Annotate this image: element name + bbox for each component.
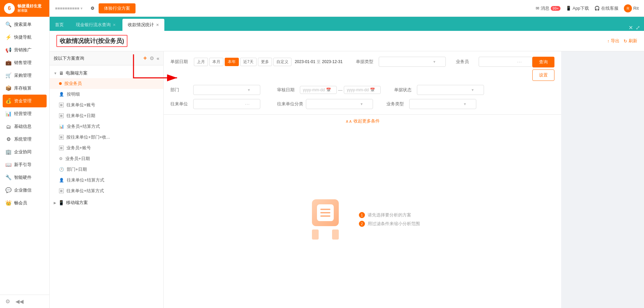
date-tag-more[interactable]: 更多 [258, 58, 272, 66]
online-service-label: 在线客服 [601, 5, 619, 11]
settings-gear[interactable]: ⚙ [91, 6, 95, 11]
scheme-customer-settlement2-label: 往来单位+结算方式 [66, 188, 104, 194]
sidebar-item-inventory[interactable]: 📦 库存核算 [0, 82, 49, 95]
trial-btn[interactable]: 体验行业方案 [99, 3, 136, 13]
active-dot [59, 82, 62, 85]
sidebar-item-finance[interactable]: 💰 资金管理 [3, 95, 47, 107]
date-tag-custom[interactable]: 自定义 [273, 58, 291, 66]
sidebar-item-label: 经营管理 [14, 111, 32, 117]
page-content: 收款情况统计(按业务员) ↑ 导出 ↻ 刷新 按以下方案查询 + [50, 31, 644, 308]
sidebar-item-operation[interactable]: 📊 经营管理 [0, 107, 49, 120]
scheme-customer-dept[interactable]: ⊞ 按往来单位+部门+收... [50, 132, 163, 143]
sidebar-item-guide[interactable]: 📖 新手引导 [0, 158, 49, 171]
tab-close-all-icon[interactable]: ✕ [629, 24, 633, 31]
sales-icon: 💼 [5, 60, 11, 66]
scheme-customer-account-label: 往来单位+账号 [66, 102, 95, 108]
scheme-by-detail[interactable]: 👤 按明细 [50, 89, 163, 100]
enterprise-icon: 🏢 [5, 149, 11, 155]
panel-collapse-icon[interactable]: « [157, 55, 159, 61]
sidebar-item-label: 基础信息 [14, 123, 32, 130]
sidebar-item-basic[interactable]: 🗂 基础信息 [0, 120, 49, 133]
member-icon: 👑 [5, 200, 11, 206]
scheme-customer-date[interactable]: ⊞ 往来单位+日期 [50, 110, 163, 121]
collapse-sidebar-icon[interactable]: ◀◀ [15, 298, 23, 305]
doc-type-select[interactable]: ▾ [379, 57, 446, 67]
scheme-by-detail-label: 按明细 [67, 91, 80, 97]
tab-receipt-stat[interactable]: 收款情况统计 ✕ [122, 19, 164, 31]
sidebar-item-purchase[interactable]: 🛒 采购管理 [0, 69, 49, 82]
sidebar-item-member[interactable]: 👑 畅会员 [0, 197, 49, 209]
dept-label: 部门 [170, 87, 191, 93]
bar-icon: 📊 [59, 124, 64, 129]
doc-status-select[interactable]: ▾ [417, 85, 484, 95]
gear-icon-sm: ⚙ [59, 156, 63, 161]
date-separator: 至 [317, 59, 321, 65]
partner-category-chevron: ▾ [361, 102, 363, 106]
query-button[interactable]: 查询 [532, 57, 554, 67]
sidebar-item-wechat[interactable]: 💬 企业微信 [0, 184, 49, 197]
mobile-schemes-group[interactable]: ▶ 📱 移动端方案 [50, 198, 163, 208]
online-service-action[interactable]: 🎧 在线客服 [594, 5, 619, 11]
audit-date-to[interactable]: yyyy-mm-dd 📅 [344, 86, 381, 94]
partner-select[interactable]: ··· [193, 99, 260, 109]
user-info[interactable]: R Rit [624, 4, 639, 12]
search-icon: 🔍 [5, 21, 11, 28]
scheme-salesperson-date[interactable]: ⚙ 业务员+日期 [50, 153, 163, 164]
sidebar-logo: 6 畅捷通好生意 标准版 [0, 0, 49, 17]
salesperson-select[interactable]: ··· [479, 57, 532, 67]
tab-maximize-icon[interactable]: ⤢ [636, 24, 640, 31]
sidebar-item-label: 搜索菜单 [14, 21, 32, 28]
tab-bank-flow[interactable]: 现金银行流水查询 ✕ [70, 19, 121, 31]
sidebar-item-marketing[interactable]: 📢 营销推广 [0, 44, 49, 56]
date-tag-7days[interactable]: 近7天 [240, 58, 257, 66]
left-panel: 按以下方案查询 + ⚙ « ▼ 🖥 电脑端方案 [50, 51, 164, 308]
export-button[interactable]: ↑ 导出 [607, 38, 620, 44]
calendar-icon-2: 📅 [370, 88, 375, 92]
scheme-salesperson-account-label: 业务员+账号 [66, 145, 91, 151]
sidebar-item-hardware[interactable]: 🔧 智能硬件 [0, 171, 49, 184]
partner-category-select[interactable]: ▾ [306, 99, 373, 109]
scheme-salesperson-account[interactable]: ⊞ 业务员+账号 [50, 143, 163, 153]
sidebar-item-enterprise[interactable]: 🏢 企业协同 [0, 146, 49, 158]
date-tag-this-month[interactable]: 本月 [209, 58, 223, 66]
person-icon: 👤 [59, 92, 64, 97]
sidebar-item-system[interactable]: ⚙ 系统管理 [0, 133, 49, 146]
refresh-button[interactable]: ↻ 刷新 [624, 38, 637, 44]
date-tag-last-month[interactable]: 上月 [194, 58, 208, 66]
settings-bottom-icon[interactable]: ⚙ [5, 298, 10, 305]
messages-action[interactable]: ✉ 消息 99+ [536, 5, 560, 11]
tab-bank-flow-close[interactable]: ✕ [113, 23, 116, 27]
scheme-customer-dept-label: 按往来单位+部门+收... [66, 134, 110, 140]
system-icon: ⚙ [5, 136, 11, 142]
sidebar-item-search[interactable]: 🔍 搜索菜单 [0, 18, 49, 31]
date-tag-this-year[interactable]: 本年 [225, 58, 239, 66]
collapse-button[interactable]: ∧∧ 收起更多条件 [345, 118, 380, 124]
scheme-customer-settlement2[interactable]: ⊞ 往来单位+结算方式 [50, 186, 163, 196]
date-to: 2023-12-31 [322, 59, 342, 64]
page-title-bar: 收款情况统计(按业务员) ↑ 导出 ↻ 刷新 [50, 31, 644, 51]
app-download-action[interactable]: 📱 App下载 [566, 5, 589, 11]
sidebar-item-quicknav[interactable]: ⚡ 快捷导航 [0, 31, 49, 44]
add-scheme-icon[interactable]: + [143, 55, 147, 62]
empty-step-1: 1 请先选择要分析的方案 [359, 211, 420, 219]
audit-date-from[interactable]: yyyy-mm-dd 📅 [300, 86, 337, 94]
partner-more-dots: ··· [245, 101, 250, 107]
biz-type-select[interactable]: ▾ [409, 99, 476, 109]
scheme-salesperson-settlement[interactable]: 📊 业务员+结算方式 [50, 121, 163, 132]
dept-select[interactable]: ▾ [193, 85, 260, 95]
service-icon: 🎧 [594, 6, 600, 11]
scheme-tree: ▼ 🖥 电脑端方案 按业务员 👤 按明细 ⊞ [50, 65, 163, 308]
scheme-customer-account[interactable]: ⊞ 往来单位+账号 [50, 100, 163, 110]
scheme-settings-icon[interactable]: ⚙ [150, 55, 154, 61]
setting-button[interactable]: 设置 [532, 69, 554, 81]
sidebar-item-label: 销售管理 [14, 60, 32, 66]
desktop-schemes-group[interactable]: ▼ 🖥 电脑端方案 [50, 68, 163, 78]
salesperson-more-icon: ··· [517, 59, 522, 64]
tab-receipt-stat-close[interactable]: ✕ [156, 23, 159, 27]
sidebar-item-sales[interactable]: 💼 销售管理 [0, 56, 49, 69]
sidebar-item-label: 快捷导航 [14, 34, 32, 40]
scheme-dept-date[interactable]: 🕐 部门+日期 [50, 164, 163, 175]
tab-home[interactable]: 首页 [50, 19, 69, 31]
scheme-by-salesperson[interactable]: 按业务员 [50, 78, 163, 89]
scheme-customer-settlement1[interactable]: 👤 往来单位+结算方式 [50, 175, 163, 186]
